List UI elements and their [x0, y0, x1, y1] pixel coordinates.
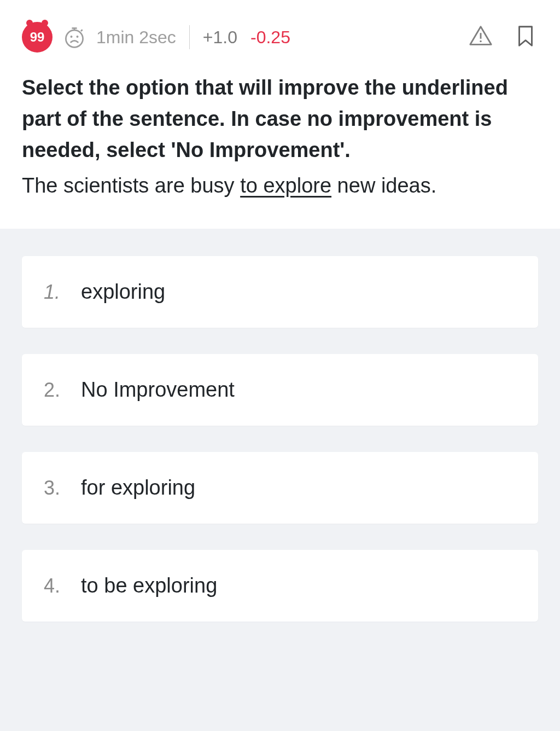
- option-number: 2.: [44, 379, 66, 402]
- sentence-post: new ideas.: [331, 174, 436, 197]
- question-sentence: The scientists are busy to explore new i…: [22, 170, 538, 201]
- option-number: 4.: [44, 575, 66, 597]
- option-text: to be exploring: [81, 574, 217, 597]
- sentence-underlined: to explore: [240, 174, 331, 197]
- option-text: exploring: [81, 280, 165, 304]
- svg-point-0: [66, 30, 83, 47]
- option-2[interactable]: 2. No Improvement: [22, 354, 538, 426]
- option-number: 1.: [44, 281, 66, 304]
- timer-text: 1min 2sec: [96, 27, 176, 48]
- svg-point-7: [480, 40, 481, 42]
- stopwatch-sad-icon: [62, 25, 86, 49]
- report-icon[interactable]: [468, 24, 493, 51]
- option-number: 3.: [44, 477, 66, 500]
- option-4[interactable]: 4. to be exploring: [22, 550, 538, 622]
- bookmark-icon[interactable]: [513, 24, 538, 51]
- option-text: No Improvement: [81, 378, 235, 402]
- score-negative: -0.25: [250, 27, 290, 48]
- meta-divider: [189, 25, 190, 49]
- question-instruction: Select the option that will improve the …: [22, 72, 538, 166]
- question-number-badge: 99: [22, 22, 52, 53]
- options-area: 1. exploring 2. No Improvement 3. for ex…: [0, 229, 560, 653]
- option-1[interactable]: 1. exploring: [22, 256, 538, 328]
- svg-line-3: [81, 30, 83, 31]
- question-number: 99: [30, 30, 45, 45]
- option-text: for exploring: [81, 476, 195, 500]
- score-positive: +1.0: [203, 27, 237, 48]
- meta-row: 99 1min 2sec +1.0 -0.25: [22, 22, 538, 53]
- option-3[interactable]: 3. for exploring: [22, 452, 538, 524]
- svg-point-5: [76, 36, 78, 38]
- meta-actions: [468, 24, 538, 51]
- sentence-pre: The scientists are busy: [22, 174, 240, 197]
- svg-point-4: [70, 36, 72, 38]
- question-card: 99 1min 2sec +1.0 -0.25: [0, 0, 560, 229]
